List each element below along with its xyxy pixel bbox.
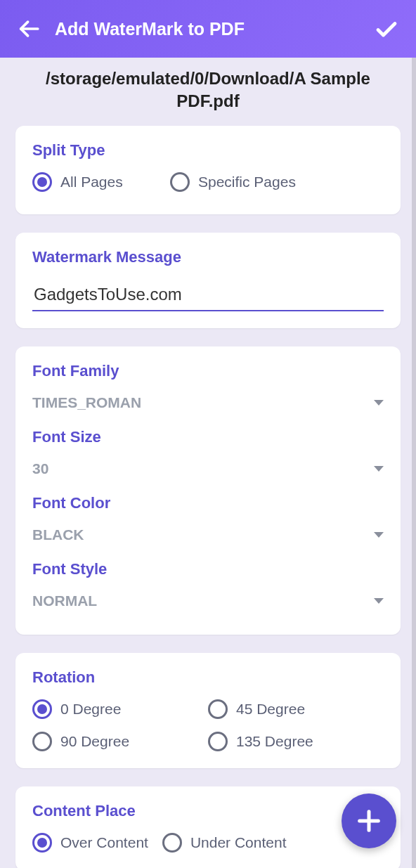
font-color-select[interactable]: BLACK [32, 522, 384, 548]
radio-specific-pages[interactable]: Specific Pages [170, 172, 296, 192]
font-family-label: Font Family [32, 362, 384, 380]
radio-90-degree[interactable]: 90 Degree [32, 732, 208, 751]
rotation-card: Rotation 0 Degree 45 Degree 90 Degree 13… [15, 653, 401, 768]
radio-under-content[interactable]: Under Content [162, 833, 287, 853]
font-size-label: Font Size [32, 428, 384, 446]
font-size-select[interactable]: 30 [32, 456, 384, 481]
check-icon [374, 16, 399, 41]
radio-label: Under Content [190, 834, 287, 851]
rotation-heading: Rotation [32, 668, 384, 687]
split-type-heading: Split Type [32, 141, 384, 160]
back-button[interactable] [15, 15, 42, 42]
font-card: Font Family TIMES_ROMAN Font Size 30 Fon… [15, 346, 401, 635]
radio-icon [208, 699, 228, 719]
radio-over-content[interactable]: Over Content [32, 833, 148, 853]
plus-icon [355, 807, 383, 835]
font-style-label: Font Style [32, 560, 384, 578]
font-style-select[interactable]: NORMAL [32, 588, 384, 614]
radio-label: 135 Degree [236, 733, 313, 750]
scrollbar[interactable] [412, 58, 416, 868]
split-type-group: All Pages Specific Pages [32, 172, 384, 197]
font-family-select[interactable]: TIMES_ROMAN [32, 390, 384, 415]
app-bar: Add WaterMark to PDF [0, 0, 416, 58]
select-value: BLACK [32, 526, 84, 543]
watermark-heading: Watermark Message [32, 248, 384, 266]
select-value: 30 [32, 460, 48, 477]
split-type-card: Split Type All Pages Specific Pages [15, 126, 401, 214]
watermark-input[interactable] [32, 279, 384, 311]
watermark-card: Watermark Message [15, 233, 401, 328]
radio-0-degree[interactable]: 0 Degree [32, 699, 208, 719]
add-fab-button[interactable] [342, 793, 396, 848]
radio-icon [32, 833, 52, 853]
radio-icon [162, 833, 182, 853]
radio-label: Over Content [60, 834, 148, 851]
radio-label: All Pages [60, 174, 123, 190]
radio-label: 45 Degree [236, 701, 305, 718]
confirm-button[interactable] [372, 15, 401, 43]
select-value: TIMES_ROMAN [32, 394, 141, 411]
radio-label: 0 Degree [60, 701, 121, 718]
radio-icon [208, 732, 228, 751]
rotation-group: 0 Degree 45 Degree 90 Degree 135 Degree [32, 699, 384, 751]
chevron-down-icon [374, 532, 384, 538]
radio-icon [32, 699, 52, 719]
content-place-heading: Content Place [32, 802, 384, 820]
content-place-group: Over Content Under Content [32, 833, 384, 858]
radio-all-pages[interactable]: All Pages [32, 172, 152, 192]
select-value: NORMAL [32, 592, 97, 609]
chevron-down-icon [374, 598, 384, 604]
radio-icon [32, 732, 52, 751]
arrow-left-icon [17, 17, 41, 41]
chevron-down-icon [374, 400, 384, 406]
page-title: Add WaterMark to PDF [55, 19, 372, 39]
content-scroll[interactable]: Split Type All Pages Specific Pages Wate… [0, 126, 416, 868]
file-path-label: /storage/emulated/0/Download/A Sample PD… [0, 58, 416, 126]
chevron-down-icon [374, 466, 384, 472]
font-color-label: Font Color [32, 494, 384, 512]
radio-135-degree[interactable]: 135 Degree [208, 732, 384, 751]
radio-label: Specific Pages [198, 174, 296, 190]
radio-label: 90 Degree [60, 733, 129, 750]
radio-45-degree[interactable]: 45 Degree [208, 699, 384, 719]
radio-icon [32, 172, 52, 192]
radio-icon [170, 172, 190, 192]
